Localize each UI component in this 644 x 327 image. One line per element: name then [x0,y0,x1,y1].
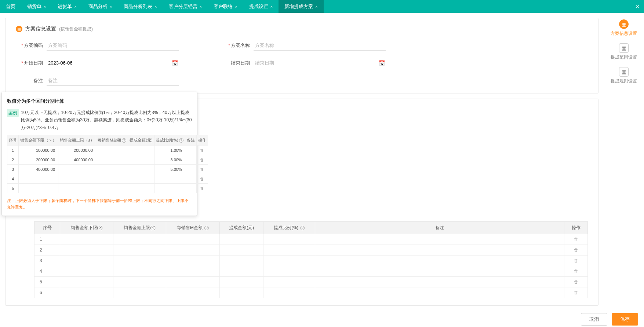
table-row: 1100000.00200000.001.00%🗑 [7,146,208,155]
tab-product-analysis[interactable]: 商品分析× [83,0,118,13]
trash-icon[interactable]: 🗑 [574,290,578,295]
start-date-label: *开始日期 [16,60,47,66]
code-label: *方案编码 [16,42,47,49]
tooltip-note: 注：上限必须大于下限；多个阶梯时，下一个阶梯下限需等于前一阶梯上限；不同行之间下… [7,198,192,210]
tooltip-title: 数值分为多个区间分别计算 [7,98,192,104]
panel-icon: ▦ [16,26,22,32]
plan-info-panel: ▦ 方案信息设置 (按销售金额提成) *方案编码 *方案名称 *开始日期 [5,18,598,93]
trash-icon[interactable]: 🗑 [200,167,204,172]
save-button[interactable]: 保存 [612,313,638,326]
trash-icon[interactable]: 🗑 [574,279,578,284]
trash-icon[interactable]: 🗑 [574,237,578,242]
close-icon[interactable]: × [154,4,157,9]
close-icon[interactable]: × [270,4,273,9]
col-seq: 序号 [34,222,60,234]
help-tooltip: 数值分为多个区间分别计算 案例 10万元以下无提成；10-20万元提成比例为1%… [1,92,197,216]
help-icon[interactable]: ? [204,226,209,230]
table-row[interactable]: 2🗑 [34,245,588,256]
table-row: 5🗑 [7,184,208,193]
col-upper: 销售金额上限(≤) [113,222,166,234]
name-label: *方案名称 [223,42,254,49]
end-date-input[interactable] [254,58,386,68]
remark-label: 备注 [16,77,47,84]
tabbar-close-button[interactable]: × [631,0,644,13]
tab-new-commission-plan[interactable]: 新增提成方案× [279,0,323,13]
tab-purchase-order[interactable]: 进货单× [52,0,82,13]
table-row[interactable]: 6🗑 [34,287,588,298]
sidenav-plan-info[interactable]: ▦ 方案信息设置 [611,19,637,37]
table-row: 2200000.00400000.003.00%🗑 [7,155,208,165]
form-icon: ▦ [619,19,629,29]
close-icon[interactable]: × [44,4,46,9]
panel-title: 方案信息设置 [25,26,56,32]
example-tag: 案例 [7,109,19,117]
panel-subtitle: (按销售金额提成) [59,26,93,32]
table-row[interactable]: 3🗑 [34,256,588,266]
close-icon[interactable]: × [110,4,112,9]
tab-home[interactable]: 首页 [0,0,21,13]
form-icon: ▦ [619,67,629,77]
start-date-input[interactable] [47,58,179,68]
sidenav-scope[interactable]: ▦ 提成范围设置 [611,43,637,60]
trash-icon[interactable]: 🗑 [200,177,204,181]
tab-commission-settings[interactable]: 提成设置× [243,0,279,13]
tooltip-table: 序号 销售金额下限（＞） 销售金额上限（≤） 每销售M金额? 提成金额(元) 提… [7,135,208,193]
commission-table: 序号 销售金额下限(>) 销售金额上限(≤) 每销售M金额 ? 提成金额(元) … [34,221,588,298]
tab-sales-order[interactable]: 销货单× [21,0,52,13]
table-row[interactable]: 4🗑 [34,266,588,277]
trash-icon[interactable]: 🗑 [200,148,204,153]
close-icon[interactable]: × [235,4,237,9]
help-icon[interactable]: ? [300,226,305,230]
form-icon: ▦ [619,43,629,53]
col-remark: 备注 [315,222,564,234]
close-icon[interactable]: × [200,4,202,9]
trash-icon[interactable]: 🗑 [200,186,204,191]
tab-bar: 首页 销货单× 进货单× 商品分析× 商品分析列表× 客户分层经营× 客户联络×… [0,0,644,13]
cancel-button[interactable]: 取消 [581,313,607,326]
tab-customer-contact[interactable]: 客户联络× [208,0,243,13]
table-row[interactable]: 1🗑 [34,234,588,245]
col-amount: 提成金额(元) [219,222,263,234]
trash-icon[interactable]: 🗑 [200,158,204,162]
col-ratio: 提成比例(%) ? [263,222,315,234]
sidenav-rules[interactable]: ▦ 提成规则设置 [611,67,637,84]
code-input[interactable] [47,40,179,51]
side-nav: ▦ 方案信息设置 ▦ 提成范围设置 ▦ 提成规则设置 [604,13,644,311]
trash-icon[interactable]: 🗑 [574,269,578,274]
end-date-label: 结束日期 [223,60,254,66]
trash-icon[interactable]: 🗑 [574,258,578,263]
footer-bar: 取消 保存 [0,311,644,327]
tooltip-example: 案例 10万元以下无提成；10-20万元提成比例为1%；20-40万提成比例为3… [7,109,192,131]
remark-input[interactable] [47,76,179,86]
tab-product-analysis-list[interactable]: 商品分析列表× [118,0,163,13]
close-icon[interactable]: × [74,4,76,9]
name-input[interactable] [254,40,386,51]
table-row[interactable]: 5🗑 [34,277,588,287]
table-row: 3400000.005.00%🗑 [7,165,208,174]
tab-customer-tier[interactable]: 客户分层经营× [163,0,208,13]
col-per-m: 每销售M金额 ? [166,222,219,234]
trash-icon[interactable]: 🗑 [574,247,578,253]
col-op: 操作 [564,222,588,234]
table-row: 4🗑 [7,174,208,184]
help-icon: ? [179,138,183,143]
close-icon[interactable]: × [315,4,317,9]
help-icon: ? [122,138,126,143]
col-lower: 销售金额下限(>) [60,222,113,234]
